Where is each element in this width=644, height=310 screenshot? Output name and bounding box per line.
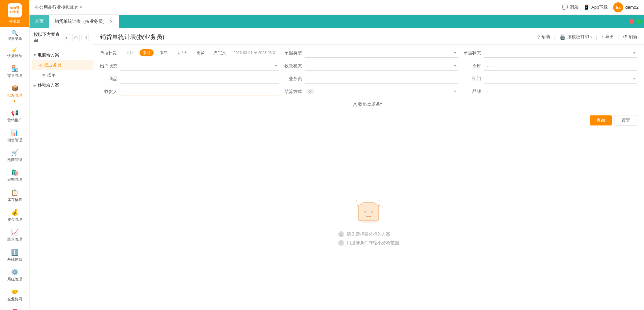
brand-control[interactable]: ··· [484,87,637,96]
tab-home[interactable]: 首页 [30,15,49,28]
filter-outstatus-item: 出库状态 ▾ [100,61,279,71]
basic-icon: ℹ️ [11,249,18,256]
message-btn[interactable]: 💬 消息 [562,4,578,10]
receiver-control[interactable]: ··· [120,87,279,96]
sidebar-item-retail[interactable]: 🏪 零售管理 [0,61,29,81]
sidebar-item-wholesale[interactable]: 📦 批发管理 ▲ [0,81,29,106]
filter-dept-item: 部门 ▾ [458,74,637,84]
empty-state: ✦ ✦ ✦ 1 请先选择要分析的方案 2 用过滤条件来缩小分析范围 [93,128,644,310]
svg-rect-0 [359,206,379,221]
sidebar-item-quick[interactable]: ⚡ 快捷导航 [0,44,29,61]
filter-status-item: 单据状态 ▾ [458,48,637,58]
sidebar-item-purchase[interactable]: 🛍️ 采购管理 [0,165,29,185]
app-download-label: App下载 [591,4,608,10]
date-label: 单据日期 [100,50,120,56]
tree-grandchild-order[interactable]: ≡ 按单 [32,70,93,80]
help-label: 帮助 [541,34,550,40]
date-control[interactable]: 上月 本月 本年 近7天 更多 自定义 2023-03-01 至 2023-03… [120,48,279,58]
finance-label: 资金管理 [7,217,22,222]
date-btn-this-month[interactable]: 本月 [140,49,154,56]
export-btn[interactable]: ↑ 导出 [601,34,614,40]
template-print-btn[interactable]: 🖨️ 按模板打印 ▾ [559,34,592,40]
refresh-label: 刷新 [629,34,637,40]
empty-illustration: ✦ ✦ ✦ [352,192,385,226]
tree-child-salesman[interactable]: ○ 按业务员 [32,60,93,70]
sidebar-logo[interactable]: 畅捷通好生意 标准版 [0,0,29,27]
payment-label: 结算方式 [284,89,305,95]
win-close-btn[interactable]: ✕ [629,19,634,24]
collapse-panel-btn[interactable]: 《 [82,34,89,41]
collapse-btn[interactable]: ⋀ 收起更多条件 [349,100,388,108]
breadcrumb-arrow[interactable]: ▾ [80,5,82,10]
salesman-control[interactable]: ··· [305,74,458,84]
left-panel-tools: + ⊙ 《 [63,34,89,41]
date-btn-this-year[interactable]: 本年 [157,49,171,57]
status-control[interactable]: ▾ [484,48,637,58]
query-btn[interactable]: 查询 [590,115,612,125]
sidebar-item-search[interactable]: 🔍 搜索菜单 [0,27,29,44]
operations-label: 经营管理 [7,237,22,242]
sidebar-item-operations[interactable]: 📈 经营管理 [0,225,29,245]
sidebar-item-enterprise[interactable]: 🤝 企业协同 [0,285,29,305]
sidebar-item-inventory[interactable]: 📋 库存核算 [0,186,29,205]
sidebar-item-basic[interactable]: ℹ️ 基础信息 [0,245,29,265]
marketing-icon: 📢 [11,109,18,117]
sidebar-item-finance[interactable]: 💰 资金管理 [0,205,29,225]
salesman-label: 业务员 [284,76,305,82]
collapse-bar: ⋀ 收起更多条件 [100,98,637,110]
warehouse-control[interactable]: ··· [484,61,637,71]
tree-parent-pc[interactable]: ▶ 电脑端方案 [30,50,93,60]
logo-subtitle: 标准版 [9,19,20,24]
salesman-dots: ··· [307,76,310,81]
svg-point-6 [359,220,378,223]
tree-label-pc: 电脑端方案 [38,52,89,58]
enterprise-label: 企业协同 [7,297,22,301]
newbie-icon: 🎯 [11,308,18,310]
settings-btn[interactable]: 设置 [614,115,637,126]
outstatus-label: 出库状态 [100,63,120,69]
user-profile[interactable]: Ea demo2 [613,2,639,12]
tab-sales-stat[interactable]: 销货单统计表（按业务员） ✕ [49,15,119,28]
date-btn-custom[interactable]: 自定义 [211,49,229,57]
breadcrumb-text: 办公用品行业模拟账套 [35,4,78,10]
refresh-icon: ↺ [623,34,627,40]
tabbar-spacer [119,15,627,28]
tab-close-btn[interactable]: ✕ [110,19,113,24]
add-scheme-btn[interactable]: + [63,34,70,41]
topbar-actions: 💬 消息 📱 App下载 Ea demo2 [562,2,639,12]
filter-section: 单据日期 上月 本月 本年 近7天 更多 自定义 2023-03-01 至 20… [93,45,644,113]
app-download-btn[interactable]: 📱 App下载 [584,4,608,10]
refresh-btn[interactable]: ↺ 刷新 [623,34,637,40]
sidebar-item-newbie[interactable]: 🎯 新手引导 [0,305,29,310]
svg-text:✦: ✦ [381,206,383,208]
type-control[interactable]: ▾ [305,48,458,58]
tree-parent-mobile[interactable]: ▶ 移动端方案 [30,80,93,90]
sidebar-item-system[interactable]: ⚙️ 系统管理 [0,265,29,285]
brand-label: 品牌 [464,89,484,95]
sidebar-item-marketing[interactable]: 📢 营销推广 [0,106,29,126]
help-btn[interactable]: ? 帮助 [537,34,550,40]
main-area: 办公用品行业模拟账套 ▾ 💬 消息 📱 App下载 Ea demo2 首页 [30,0,644,310]
date-btn-7days[interactable]: 近7天 [174,49,191,57]
payment-tag-x[interactable]: ✕ [309,89,312,94]
sidebar-item-sales[interactable]: 📊 销售管理 [0,126,29,146]
print-icon: 🖨️ [559,34,566,40]
sidebar-item-ecommerce[interactable]: 🛒 电商管理 [0,146,29,165]
payment-control[interactable]: ✕ ▾ [305,87,458,96]
sidebar-search-label: 搜索菜单 [0,36,29,41]
type-arrow-icon: ▾ [454,51,456,55]
goods-control[interactable]: ··· [120,74,279,84]
filter-row-2: 出库状态 ▾ 收款状态 ▾ 仓库 [100,61,637,71]
filter-warehouse-item: 仓库 ··· [458,61,637,71]
dept-control[interactable]: ▾ [484,74,637,84]
date-btn-more[interactable]: 更多 [194,49,208,57]
topbar: 办公用品行业模拟账套 ▾ 💬 消息 📱 App下载 Ea demo2 [30,0,644,15]
date-btn-last-month[interactable]: 上月 [122,49,136,57]
empty-hint-1: 1 请先选择要分析的方案 [338,231,399,237]
edit-scheme-btn[interactable]: ⊙ [72,34,79,41]
inventory-label: 库存核算 [7,197,22,202]
outstatus-control[interactable]: ▾ [120,61,279,71]
win-maximize-btn[interactable]: ⤢ [637,19,641,24]
receivestatus-control[interactable]: ▾ [305,61,458,71]
payment-tag: ✕ [307,89,314,94]
